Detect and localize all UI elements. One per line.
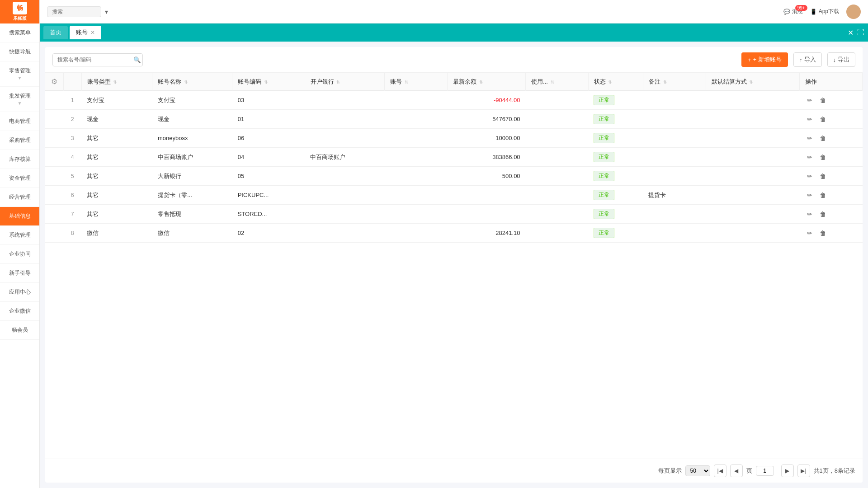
sidebar-item-label: 基础信息 <box>2 212 38 220</box>
row-num: 1 <box>63 91 81 110</box>
sidebar-item-system[interactable]: 系统管理 <box>0 226 39 245</box>
import-button[interactable]: ↑ 导入 <box>793 52 822 67</box>
pagination: 每页显示 50 20 100 |◀ ◀ 页 ▶ ▶| 共1页，8条记录 <box>45 459 863 483</box>
sidebar-item-operations[interactable]: 经营管理 <box>0 188 39 207</box>
delete-btn[interactable]: 🗑 <box>818 96 828 105</box>
sidebar-item-search[interactable]: 搜索菜单 <box>0 23 39 42</box>
col-code-header[interactable]: 账号编码 ⇅ <box>232 73 305 91</box>
tabbar-actions: ✕ ⛶ <box>848 28 864 37</box>
col-default-header[interactable]: 默认结算方式 ⇅ <box>706 73 800 91</box>
delete-btn[interactable]: 🗑 <box>818 172 828 181</box>
row-bank <box>305 167 385 186</box>
sidebar-item-member[interactable]: 畅会员 <box>0 321 39 340</box>
edit-btn[interactable]: ✏ <box>805 172 814 181</box>
row-use <box>526 224 589 243</box>
sidebar-item-quicknav[interactable]: 快捷导航 <box>0 42 39 61</box>
page-size-select[interactable]: 50 20 100 <box>685 465 710 476</box>
edit-btn[interactable]: ✏ <box>805 134 814 143</box>
table-row: 5 其它 大新银行 05 500.00 正常 ✏ 🗑 <box>45 167 863 186</box>
search-input[interactable] <box>53 54 130 66</box>
add-account-button[interactable]: + + 新增账号 <box>741 52 788 67</box>
row-status: 正常 <box>588 167 643 186</box>
col-balance-header[interactable]: 最新余额 ⇅ <box>447 73 525 91</box>
tab-label: 首页 <box>50 28 61 37</box>
row-use <box>526 110 589 129</box>
col-status-header[interactable]: 状态 ⇅ <box>588 73 643 91</box>
col-bank-header[interactable]: 开户银行 ⇅ <box>305 73 385 91</box>
delete-btn[interactable]: 🗑 <box>818 134 828 143</box>
sidebar-item-finance[interactable]: 资金管理 <box>0 169 39 188</box>
delete-btn[interactable]: 🗑 <box>818 115 828 124</box>
logo-subtext: 乐账版 <box>13 15 27 22</box>
row-actions: ✏ 🗑 <box>800 148 863 167</box>
col-account-header[interactable]: 账号 ⇅ <box>385 73 448 91</box>
row-actions: ✏ 🗑 <box>800 91 863 110</box>
tabbar-expand-btn[interactable]: ⛶ <box>857 28 864 37</box>
tab-home[interactable]: 首页 <box>43 26 68 39</box>
sidebar-item-basic[interactable]: 基础信息 <box>0 207 39 226</box>
sidebar-item-ecommerce[interactable]: 电商管理 <box>0 112 39 131</box>
edit-btn[interactable]: ✏ <box>805 96 814 105</box>
content-area: 🔍 + + 新增账号 ↑ 导入 ↓ 导出 <box>40 42 868 488</box>
sidebar-item-wechat[interactable]: 企业微信 <box>0 302 39 321</box>
sidebar-item-retail[interactable]: 零售管理 ▼ <box>0 61 39 87</box>
sidebar-item-app-center[interactable]: 应用中心 <box>0 283 39 302</box>
sidebar-item-enterprise[interactable]: 企业协同 <box>0 245 39 264</box>
row-name: 微信 <box>152 224 232 243</box>
row-default <box>706 224 800 243</box>
sidebar-item-label: 搜索菜单 <box>2 29 38 37</box>
col-type-header[interactable]: 账号类型 ⇅ <box>81 73 152 91</box>
first-page-btn[interactable]: |◀ <box>714 465 726 477</box>
message-btn[interactable]: 💬 消息 99+ <box>783 8 803 15</box>
page-input[interactable] <box>756 466 774 476</box>
row-account <box>385 148 448 167</box>
sidebar-item-guide[interactable]: 新手引导 <box>0 264 39 283</box>
export-button[interactable]: ↓ 导出 <box>827 52 856 67</box>
row-remark <box>643 110 706 129</box>
content-panel: 🔍 + + 新增账号 ↑ 导入 ↓ 导出 <box>45 47 863 483</box>
sort-icon: ⇅ <box>749 80 753 84</box>
edit-btn[interactable]: ✏ <box>805 191 814 200</box>
edit-btn[interactable]: ✏ <box>805 210 814 219</box>
delete-btn[interactable]: 🗑 <box>818 210 828 219</box>
col-remark-header[interactable]: 备注 ⇅ <box>643 73 706 91</box>
logo-icon: 畅 <box>13 2 27 14</box>
row-remark <box>643 224 706 243</box>
row-balance: 500.00 <box>447 167 525 186</box>
sidebar-item-inventory[interactable]: 库存核算 <box>0 150 39 169</box>
row-remark <box>643 129 706 148</box>
delete-btn[interactable]: 🗑 <box>818 153 828 162</box>
sidebar-item-label: 畅会员 <box>2 326 38 334</box>
col-use-header[interactable]: 使用... ⇅ <box>526 73 589 91</box>
row-bank <box>305 91 385 110</box>
search-icon-btn[interactable]: 🔍 <box>130 54 143 66</box>
total-label: 共1页，8条记录 <box>814 467 855 475</box>
topbar-dropdown-btn[interactable]: ▾ <box>105 8 108 15</box>
edit-btn[interactable]: ✏ <box>805 115 814 124</box>
next-page-btn[interactable]: ▶ <box>781 465 794 477</box>
edit-btn[interactable]: ✏ <box>805 229 814 238</box>
tab-account[interactable]: 账号 ✕ <box>70 26 101 39</box>
avatar[interactable] <box>846 5 861 19</box>
row-default <box>706 186 800 205</box>
column-settings-icon[interactable]: ⚙ <box>51 78 57 85</box>
app-download-btn[interactable]: 📱 App下载 <box>810 8 839 15</box>
row-use <box>526 167 589 186</box>
sort-icon: ⇅ <box>336 80 340 84</box>
topbar-search-input[interactable] <box>47 6 101 17</box>
sidebar-item-purchase[interactable]: 采购管理 <box>0 131 39 150</box>
prev-page-btn[interactable]: ◀ <box>730 465 743 477</box>
row-checkbox-cell <box>45 110 63 129</box>
tab-close-icon[interactable]: ✕ <box>90 29 95 36</box>
edit-btn[interactable]: ✏ <box>805 153 814 162</box>
import-label: 导入 <box>804 56 816 64</box>
delete-btn[interactable]: 🗑 <box>818 229 828 238</box>
col-name-header[interactable]: 账号名称 ⇅ <box>152 73 232 91</box>
sidebar-item-wholesale[interactable]: 批发管理 ▼ <box>0 87 39 112</box>
tabbar-close-btn[interactable]: ✕ <box>848 28 854 37</box>
last-page-btn[interactable]: ▶| <box>797 465 810 477</box>
delete-btn[interactable]: 🗑 <box>818 191 828 200</box>
row-account <box>385 167 448 186</box>
row-default <box>706 91 800 110</box>
sort-icon: ⇅ <box>264 80 268 84</box>
